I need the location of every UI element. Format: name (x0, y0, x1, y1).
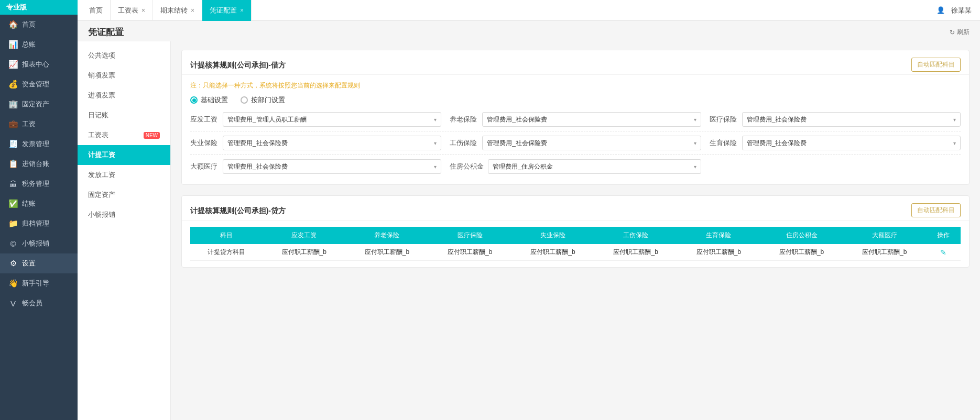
nav-item-payroll-table[interactable]: 工资表 NEW (78, 125, 170, 145)
sidebar-item-ledger[interactable]: 📊 总账 (0, 35, 78, 54)
form-grid-row3: 大额医疗 管理费用_社会保险费 ▾ 住房公积金 管理费用_住房公积金 ▾ (190, 159, 961, 174)
select-injury[interactable]: 管理费用_社会保险费 ▾ (482, 136, 701, 150)
select-pension[interactable]: 管理费用_社会保险费 ▾ (482, 112, 701, 127)
sidebar-item-guide[interactable]: 👋 新手引导 (0, 273, 78, 293)
sidebar-item-home[interactable]: 🏠 首页 (0, 15, 78, 35)
user-label: 徐某某 (951, 6, 972, 15)
tab-period-close[interactable]: × (191, 7, 194, 14)
select-major-medical[interactable]: 管理费用_社会保险费 ▾ (223, 159, 441, 174)
sidebar-item-invoice[interactable]: 🧾 发票管理 (0, 134, 78, 154)
select-salary[interactable]: 管理费用_管理人员职工薪酬 ▾ (223, 112, 441, 127)
label-maternity: 生育保险 (710, 138, 738, 148)
new-badge: NEW (144, 132, 160, 139)
select-housing[interactable]: 管理费用_住房公积金 ▾ (488, 159, 701, 174)
sidebar-item-label: 税务管理 (22, 179, 49, 189)
sidebar-item-report[interactable]: 📈 报表中心 (0, 54, 78, 74)
arrow-icon: ▾ (953, 117, 956, 123)
section-credit-header: 计提核算规则(公司承担)-贷方 自动匹配科目 (182, 196, 969, 220)
form-row-injury: 工伤保险 管理费用_社会保险费 ▾ (450, 136, 701, 150)
auto-match-btn-credit[interactable]: 自动匹配科目 (911, 203, 961, 217)
form-grid-row1: 应发工资 管理费用_管理人员职工薪酬 ▾ 养老保险 管理费用_社会保险费 ▾ (190, 112, 961, 127)
salary-icon: 💼 (8, 119, 18, 129)
radio-dept[interactable]: 按部门设置 (241, 95, 285, 105)
th-operation: 操作 (926, 227, 961, 244)
nav-item-sales-invoice[interactable]: 销项发票 (78, 65, 170, 85)
arrow-icon: ▾ (694, 164, 696, 170)
auto-match-btn-debit[interactable]: 自动匹配科目 (911, 58, 961, 72)
content-body: 公共选项 销项发票 进项发票 日记账 工资表 NEW 计提工资 发放工资 固 (78, 41, 980, 420)
tab-home[interactable]: 首页 (82, 0, 111, 21)
tab-voucher[interactable]: 凭证配置 × (202, 0, 252, 21)
nav-item-public[interactable]: 公共选项 (78, 46, 170, 65)
sidebar-item-label: 报表中心 (22, 60, 49, 69)
td-subject: 计提贷方科目 (190, 244, 263, 261)
page-header: 凭证配置 ↻ 刷新 (78, 21, 980, 41)
nav-item-expense-report[interactable]: 小畅报销 (78, 205, 170, 225)
nav-item-journal[interactable]: 日记账 (78, 105, 170, 125)
sidebar-item-assets[interactable]: 🏢 固定资产 (0, 94, 78, 114)
nav-item-fixed-assets[interactable]: 固定资产 (78, 185, 170, 205)
radio-group: 基础设置 按部门设置 (190, 95, 961, 105)
edit-icon[interactable]: ✎ (940, 248, 946, 257)
sidebar-item-tax[interactable]: 🏛 税务管理 (0, 174, 78, 194)
refresh-button[interactable]: ↻ 刷新 (950, 28, 970, 37)
nav-item-accrual[interactable]: 计提工资 (78, 145, 170, 165)
section-debit-title: 计提核算规则(公司承担)-借方 (190, 57, 286, 72)
table-wrapper: 科目 应发工资 养老保险 医疗保险 失业保险 工伤保险 生育保险 住房公积金 大… (190, 227, 961, 261)
sidebar-item-vip[interactable]: V 畅会员 (0, 293, 78, 313)
label-medical: 医疗保险 (710, 115, 738, 124)
form-row-pension: 养老保险 管理费用_社会保险费 ▾ (450, 112, 701, 127)
nav-item-distribute[interactable]: 发放工资 (78, 165, 170, 185)
sidebar-item-label: 畅会员 (22, 299, 42, 308)
refresh-icon: ↻ (950, 29, 955, 36)
radio-basic[interactable]: 基础设置 (190, 95, 228, 105)
sidebar-item-label: 进销台账 (22, 159, 49, 169)
label-housing: 住房公积金 (450, 162, 484, 171)
tab-period-label: 期末结转 (160, 6, 188, 15)
sales-icon: 📋 (8, 159, 18, 169)
tab-period[interactable]: 期末结转 × (153, 0, 202, 21)
form-row-housing: 住房公积金 管理费用_住房公积金 ▾ (450, 159, 701, 174)
topbar-right: 👤 徐某某 (937, 6, 980, 15)
form-row-unemployment: 失业保险 管理费用_社会保险费 ▾ (190, 136, 441, 150)
label-injury: 工伤保险 (450, 138, 478, 148)
sidebar-item-label: 设置 (22, 259, 36, 268)
sidebar-item-label: 小畅报销 (22, 239, 49, 248)
form-row-salary: 应发工资 管理费用_管理人员职工薪酬 ▾ (190, 112, 441, 127)
sidebar-brand: 专业版 (0, 0, 78, 15)
sidebar-item-archive[interactable]: 📁 归档管理 (0, 214, 78, 234)
sidebar-item-fund[interactable]: 💰 资金管理 (0, 74, 78, 94)
tab-voucher-close[interactable]: × (240, 7, 244, 14)
sidebar-item-settings[interactable]: ⚙ 设置 (0, 253, 78, 273)
refresh-label: 刷新 (957, 28, 970, 37)
tab-home-label: 首页 (89, 6, 103, 15)
note-text: 注：只能选择一种方式，系统将按照您当前的选择来配置规则 (190, 81, 961, 90)
close-period-icon: ✅ (8, 199, 18, 208)
tab-payroll-close[interactable]: × (141, 7, 145, 14)
sidebar-item-sales[interactable]: 📋 进销台账 (0, 154, 78, 174)
topbar: 首页 工资表 × 期末结转 × 凭证配置 × 👤 徐某某 (78, 0, 980, 21)
th-maternity: 生育保险 (677, 227, 760, 244)
td-val-4: 应付职工薪酬_b (594, 244, 677, 261)
sidebar-item-salary[interactable]: 💼 工资 (0, 114, 78, 134)
select-medical[interactable]: 管理费用_社会保险费 ▾ (742, 112, 961, 127)
sidebar-item-expense[interactable]: © 小畅报销 (0, 234, 78, 253)
td-val-0: 应付职工薪酬_b (263, 244, 345, 261)
sidebar-item-label: 首页 (22, 20, 36, 29)
label-salary: 应发工资 (190, 115, 219, 124)
sidebar-item-close[interactable]: ✅ 结账 (0, 194, 78, 214)
select-unemployment[interactable]: 管理费用_社会保险费 ▾ (223, 136, 441, 150)
td-op[interactable]: ✎ (926, 244, 961, 261)
radio-dept-dot (241, 96, 248, 104)
section-credit-title: 计提核算规则(公司承担)-贷方 (190, 202, 286, 218)
right-content: 计提核算规则(公司承担)-借方 自动匹配科目 注：只能选择一种方式，系统将按照您… (171, 41, 980, 420)
label-pension: 养老保险 (450, 115, 478, 124)
arrow-icon: ▾ (434, 140, 437, 146)
tax-icon: 🏛 (8, 180, 18, 189)
nav-item-purchase-invoice[interactable]: 进项发票 (78, 85, 170, 105)
select-maternity[interactable]: 管理费用_社会保险费 ▾ (742, 136, 961, 150)
tab-payroll[interactable]: 工资表 × (111, 0, 153, 21)
label-unemployment: 失业保险 (190, 138, 219, 148)
left-nav: 公共选项 销项发票 进项发票 日记账 工资表 NEW 计提工资 发放工资 固 (78, 41, 171, 420)
fund-icon: 💰 (8, 80, 18, 89)
